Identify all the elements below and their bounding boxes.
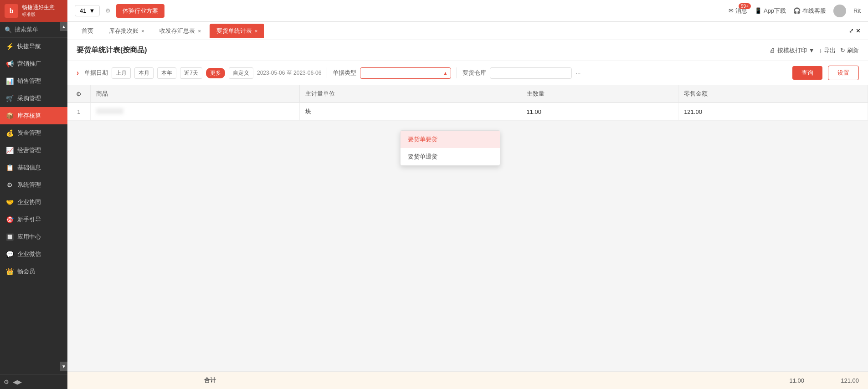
date-this-year-btn[interactable]: 本年 — [157, 67, 176, 79]
export-icon: ↓ — [819, 47, 822, 54]
date-7days-btn[interactable]: 近7天 — [180, 67, 202, 79]
sidebar-item-cooperation[interactable]: 🤝 企业协同 — [0, 194, 67, 211]
sidebar-item-marketing[interactable]: 📢 营销推广 — [0, 55, 67, 72]
apps-icon: 🔲 — [5, 233, 14, 241]
basic-icon: 📋 — [5, 164, 14, 172]
sidebar-scroll-down[interactable]: ▼ — [60, 362, 67, 371]
date-custom-btn[interactable]: 自定义 — [229, 67, 253, 79]
tab-inventory-batch-close[interactable]: × — [141, 28, 144, 34]
dropdown-item-order-goods[interactable]: 要货单要货 — [401, 131, 500, 148]
date-more-btn[interactable]: 更多 — [206, 68, 225, 78]
tab-order-stats[interactable]: 要货单统计表 × — [210, 24, 264, 38]
guide-icon: 🎯 — [5, 215, 14, 224]
sidebar-item-basic[interactable]: 📋 基础信息 — [0, 159, 67, 176]
online-service-item[interactable]: 🎧 在线客服 — [793, 7, 826, 15]
tab-inventory-batch[interactable]: 库存批次账 × — [102, 24, 151, 38]
dropdown-item-order-return[interactable]: 要货单退货 — [401, 148, 500, 165]
tab-bar: 首页 库存批次账 × 收发存汇总表 × 要货单统计表 × ⤢ ✕ — [67, 22, 868, 40]
download-icon: 📱 — [755, 7, 762, 14]
sidebar-search-item[interactable]: 🔍 搜索菜单 — [0, 22, 67, 38]
refresh-btn[interactable]: ↻ 刷新 — [840, 46, 859, 55]
date-range: 2023-05-06 至 2023-06-06 — [257, 69, 321, 77]
tab-receive-summary-label: 收发存汇总表 — [159, 27, 195, 35]
sidebar-label-basic: 基础信息 — [17, 164, 41, 172]
branch-dropdown-icon: ▼ — [89, 7, 95, 14]
sidebar-item-finance[interactable]: 💰 资金管理 — [0, 124, 67, 142]
tab-order-stats-close[interactable]: × — [255, 28, 257, 34]
filter-divider — [327, 67, 327, 78]
sidebar-label-cooperation: 企业协同 — [17, 198, 41, 206]
collapse-icon[interactable]: ◀▶ — [13, 379, 22, 385]
footer-quantity: 11.00 — [759, 377, 804, 384]
type-select-wrap — [360, 67, 451, 79]
header-left: 41 ▼ ⚙ 体验行业方案 — [75, 4, 164, 18]
wechat-icon: 💬 — [5, 250, 14, 258]
sidebar-item-apps[interactable]: 🔲 应用中心 — [0, 228, 67, 246]
page-title: 要货单统计表(按商品) — [77, 46, 147, 55]
tab-receive-summary[interactable]: 收发存汇总表 × — [153, 24, 207, 38]
sidebar-search-label: 搜索菜单 — [15, 26, 38, 34]
sidebar-item-purchase[interactable]: 🛒 采购管理 — [0, 90, 67, 107]
sidebar-label-apps: 应用中心 — [17, 233, 41, 241]
date-filter-group: 单据日期 上月 本月 本年 近7天 更多 自定义 2023-05-06 至 20… — [84, 67, 321, 79]
date-last-month-btn[interactable]: 上月 — [112, 67, 131, 79]
print-dropdown-icon: ▼ — [809, 47, 815, 54]
date-this-month-btn[interactable]: 本月 — [134, 67, 154, 79]
messages-item[interactable]: ✉ 消息 99+ — [729, 7, 747, 15]
print-label: 按模板打印 — [777, 46, 807, 55]
member-icon: 👑 — [5, 267, 14, 276]
sidebar-scroll-up[interactable]: ▲ — [60, 22, 67, 31]
app-download-item[interactable]: 📱 App下载 — [755, 7, 786, 15]
sidebar-label-guide: 新手引导 — [17, 215, 41, 224]
refresh-label: 刷新 — [847, 46, 859, 55]
print-btn[interactable]: 🖨 按模板打印 ▼ — [770, 46, 815, 55]
col-settings-icon[interactable]: ⚙ — [67, 85, 90, 103]
sidebar-label-sales: 销售管理 — [17, 77, 41, 85]
settings-icon[interactable]: ⚙ — [4, 379, 9, 385]
query-btn[interactable]: 查询 — [792, 66, 822, 80]
tab-home-label: 首页 — [82, 27, 93, 35]
sidebar-item-sales[interactable]: 📊 销售管理 — [0, 72, 67, 90]
quick-nav-icon: ⚡ — [5, 42, 14, 51]
sidebar-label-marketing: 营销推广 — [17, 60, 41, 68]
avatar[interactable] — [833, 5, 846, 17]
finance-icon: 💰 — [5, 129, 14, 137]
branch-selector[interactable]: 41 ▼ — [75, 5, 100, 16]
tab-inventory-batch-label: 库存批次账 — [109, 27, 139, 35]
expand-icon: ⤢ — [849, 27, 854, 34]
tab-home[interactable]: 首页 — [75, 24, 100, 38]
sidebar-brand: 畅捷通好生意 标准版 — [22, 4, 55, 18]
tab-expand[interactable]: ⤢ ✕ — [849, 27, 861, 34]
filter-toggle[interactable]: › — [77, 69, 79, 77]
sidebar-item-member[interactable]: 👑 畅会员 — [0, 263, 67, 280]
col-quantity: 主数量 — [521, 85, 678, 103]
sidebar-label-inventory: 库存核算 — [17, 112, 41, 120]
type-select-input[interactable] — [360, 67, 451, 79]
sidebar-item-system[interactable]: ⚙ 系统管理 — [0, 176, 67, 194]
sidebar-item-guide[interactable]: 🎯 新手引导 — [0, 211, 67, 228]
sidebar-label-system: 系统管理 — [17, 181, 41, 189]
settings-filter-btn[interactable]: 设置 — [828, 66, 859, 80]
settings-gear-icon[interactable]: ⚙ — [105, 7, 111, 14]
sidebar-item-quick-nav[interactable]: ⚡ 快捷导航 — [0, 38, 67, 55]
tab-receive-summary-close[interactable]: × — [198, 28, 200, 34]
purchase-icon: 🛒 — [5, 94, 14, 102]
warehouse-more-icon[interactable]: ··· — [575, 70, 580, 77]
marketing-icon: 📢 — [5, 60, 14, 68]
system-icon: ⚙ — [5, 181, 14, 189]
sidebar-logo: b — [5, 4, 18, 18]
top-header: 41 ▼ ⚙ 体验行业方案 ✉ 消息 99+ 📱 App下载 🎧 在线客服 Ri… — [67, 0, 868, 22]
branch-number: 41 — [80, 7, 86, 14]
warehouse-input[interactable] — [490, 67, 572, 79]
sidebar-item-operations[interactable]: 📈 经营管理 — [0, 142, 67, 159]
export-btn[interactable]: ↓ 导出 — [819, 46, 836, 55]
sidebar-item-wechat[interactable]: 💬 企业微信 — [0, 246, 67, 263]
industry-btn[interactable]: 体验行业方案 — [116, 4, 164, 18]
app-download-label: App下载 — [764, 7, 786, 15]
sidebar-item-inventory[interactable]: 📦 库存核算 — [0, 107, 67, 124]
row-number: 1 — [67, 103, 90, 121]
sidebar-label-quick-nav: 快捷导航 — [17, 42, 41, 51]
page-actions: 🖨 按模板打印 ▼ ↓ 导出 ↻ 刷新 — [770, 46, 859, 55]
warehouse-filter-group: 要货仓库 ··· — [462, 67, 580, 79]
print-icon: 🖨 — [770, 47, 776, 54]
